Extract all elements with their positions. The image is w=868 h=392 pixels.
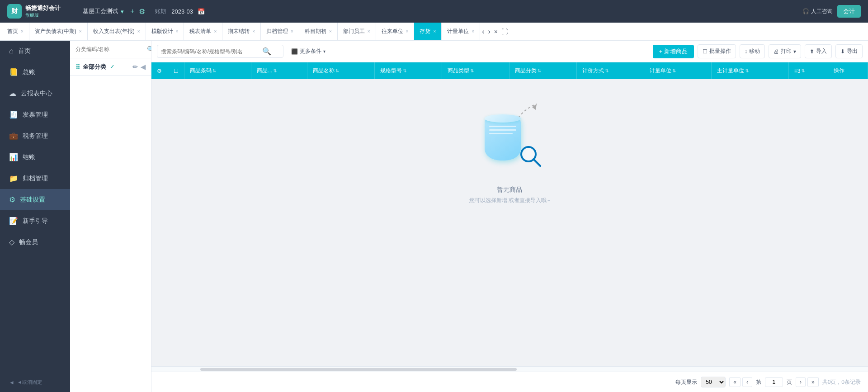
- empty-state-row: 暂无商品 您可以选择新增,或者直接导入哦~: [151, 79, 868, 231]
- tab-next-nav[interactable]: ›: [486, 28, 492, 36]
- page-input[interactable]: [765, 377, 783, 387]
- sidebar-item-ledger[interactable]: 📒 总账: [0, 61, 70, 83]
- col-extra[interactable]: ≡3 ⇅: [788, 62, 828, 79]
- period-value: 2023-03: [171, 8, 193, 15]
- col-code[interactable]: 商品... ⇅: [251, 62, 307, 79]
- tab-archive-close[interactable]: ×: [291, 29, 293, 34]
- move-button[interactable]: ↕ 移动: [740, 44, 765, 58]
- logo-icon: 财: [7, 4, 22, 19]
- col-code-label: 商品...: [257, 67, 272, 75]
- tab-subject-close[interactable]: ×: [329, 29, 332, 34]
- batch-operation-button[interactable]: ☐ 批量操作: [698, 44, 736, 58]
- sidebar-item-reports[interactable]: ☁ 云报表中心: [0, 83, 70, 104]
- org-name: 基层工会测试 ▾ + ⚙ 账期 2023-03 📅: [83, 7, 797, 16]
- scroll-line1: [489, 126, 516, 127]
- tab-inventory[interactable]: 存货 ×: [414, 23, 442, 41]
- category-all[interactable]: ⠿ 全部分类 ✓ ✏ ◀: [70, 58, 151, 76]
- sort-name-icon: ⇅: [335, 68, 339, 73]
- sidebar-item-invoice[interactable]: 🧾 发票管理: [0, 104, 70, 125]
- tab-balance-sheet[interactable]: 资产负债表(中期) ×: [29, 23, 88, 41]
- logo-sub-text: 旗舰版: [25, 12, 61, 19]
- export-button[interactable]: ⬇ 导出: [835, 44, 863, 58]
- account-button[interactable]: 会计: [837, 5, 861, 18]
- tab-subject-init[interactable]: 科目期初 ×: [299, 23, 338, 41]
- col-barcode[interactable]: 商品条码 ⇅: [184, 62, 251, 79]
- tab-tax-list-close[interactable]: ×: [214, 29, 217, 34]
- col-price-method-label: 计价方式: [582, 67, 604, 75]
- sort-price-icon: ⇅: [605, 68, 609, 73]
- sidebar-item-home[interactable]: ⌂ 首页: [0, 41, 70, 61]
- sort-spec-icon: ⇅: [403, 68, 406, 73]
- tab-expand[interactable]: ⛶: [500, 28, 509, 35]
- tab-template-close[interactable]: ×: [176, 29, 179, 34]
- tab-income-close[interactable]: ×: [137, 29, 140, 34]
- org-dropdown-icon[interactable]: ▾: [121, 8, 124, 15]
- tab-tax-list[interactable]: 税表清单 ×: [184, 23, 222, 41]
- tab-balance-close[interactable]: ×: [79, 29, 82, 34]
- pagination-bar: 每页显示 50 10 20 100 « ‹ 第 页 › » 共0页，0条记录: [151, 372, 868, 392]
- tab-period-carry[interactable]: 期末结转 ×: [222, 23, 261, 41]
- tab-home-close[interactable]: ×: [21, 29, 24, 34]
- col-settings[interactable]: ⚙: [151, 62, 168, 79]
- tab-template[interactable]: 模版设计 ×: [146, 23, 184, 41]
- scrollbar-thumb[interactable]: [200, 368, 517, 371]
- last-page-button[interactable]: »: [807, 377, 819, 387]
- main-search-input[interactable]: [161, 48, 260, 55]
- tab-period-close[interactable]: ×: [252, 29, 255, 34]
- tab-inventory-close[interactable]: ×: [433, 29, 436, 34]
- settings-tab-icon[interactable]: ⚙: [139, 7, 145, 16]
- tab-prev-nav[interactable]: ‹: [480, 28, 486, 36]
- page-size-select[interactable]: 50 10 20 100: [701, 377, 726, 387]
- tab-income-statement[interactable]: 收入支出表(年报) ×: [88, 23, 146, 41]
- category-collapse-icon[interactable]: ◀: [141, 63, 146, 71]
- add-tab-icon[interactable]: +: [130, 7, 134, 15]
- consult-button[interactable]: 🎧 人工咨询: [802, 8, 833, 15]
- col-type[interactable]: 商品类型 ⇅: [442, 62, 509, 79]
- tab-archive-label: 归档管理: [266, 28, 288, 35]
- sidebar-item-settings[interactable]: ⚙ 基础设置: [0, 189, 70, 210]
- horizontal-scrollbar[interactable]: [151, 366, 868, 372]
- col-spec[interactable]: 规格型号 ⇅: [375, 62, 442, 79]
- prev-page-button[interactable]: ‹: [742, 377, 752, 387]
- sidebar-archive-label: 归档管理: [23, 175, 48, 183]
- tab-dept-close[interactable]: ×: [368, 29, 370, 34]
- tab-measurement-close[interactable]: ×: [472, 29, 474, 34]
- next-page-button[interactable]: ›: [796, 377, 806, 387]
- col-unit[interactable]: 计量单位 ⇅: [644, 62, 712, 79]
- tab-home[interactable]: 首页 ×: [2, 23, 29, 41]
- import-button[interactable]: ⬆ 导入: [805, 44, 832, 58]
- add-product-button[interactable]: + 新增商品: [653, 45, 694, 58]
- sidebar-unpin[interactable]: ◄ ◄取消固定: [0, 373, 70, 392]
- col-category[interactable]: 商品分类 ⇅: [509, 62, 577, 79]
- col-type-label: 商品类型: [448, 67, 469, 75]
- tab-measurement[interactable]: 计量单位 ×: [442, 23, 480, 41]
- col-price-method[interactable]: 计价方式 ⇅: [577, 62, 644, 79]
- tab-close-all[interactable]: ×: [492, 28, 500, 35]
- empty-text-sub: 您可以选择新增,或者直接导入哦~: [469, 197, 550, 204]
- sidebar-item-close[interactable]: 📊 结账: [0, 146, 70, 168]
- col-main-unit[interactable]: 主计量单位 ⇅: [712, 62, 789, 79]
- category-search-input[interactable]: [74, 44, 145, 54]
- more-conditions-button[interactable]: ⬛ 更多条件 ▾: [287, 45, 330, 57]
- sidebar-guide-label: 新手引导: [23, 217, 48, 225]
- logo-main-text: 畅捷通好会计: [25, 4, 61, 12]
- print-button[interactable]: 🖨 打印 ▾: [769, 44, 801, 58]
- print-chevron: ▾: [793, 48, 796, 55]
- sort-extra-icon: ⇅: [801, 68, 805, 73]
- tab-dept-staff[interactable]: 部门员工 ×: [338, 23, 376, 41]
- member-icon: ◇: [9, 238, 14, 246]
- main-search-icon[interactable]: 🔍: [262, 47, 271, 56]
- calendar-icon[interactable]: 📅: [198, 8, 205, 15]
- sidebar-item-member[interactable]: ◇ 畅会员: [0, 231, 70, 253]
- tab-contacts-close[interactable]: ×: [406, 29, 409, 34]
- sidebar-item-guide[interactable]: 📝 新手引导: [0, 210, 70, 231]
- category-edit-icon[interactable]: ✏: [132, 63, 138, 71]
- tab-archive[interactable]: 归档管理 ×: [261, 23, 299, 41]
- batch-icon: ☐: [703, 48, 708, 55]
- col-checkbox[interactable]: ☐: [168, 62, 184, 79]
- sidebar-item-tax[interactable]: 💼 税务管理: [0, 125, 70, 146]
- sidebar-item-archive[interactable]: 📁 归档管理: [0, 168, 70, 189]
- tab-contacts[interactable]: 往来单位 ×: [376, 23, 415, 41]
- col-name[interactable]: 商品名称 ⇅: [307, 62, 375, 79]
- first-page-button[interactable]: «: [729, 377, 741, 387]
